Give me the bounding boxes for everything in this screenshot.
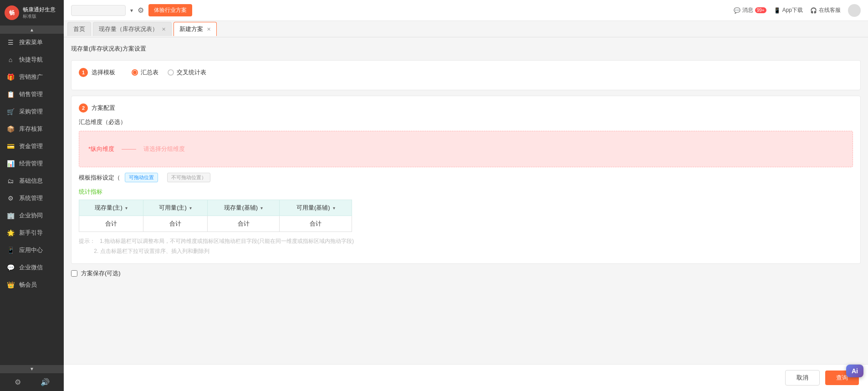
th-label: 现存量(主)	[95, 204, 123, 212]
save-option-row[interactable]: 方案保存(可选)	[71, 269, 861, 278]
sidebar-item-label: 企业协同	[19, 211, 43, 220]
radio-summary-inner	[133, 71, 137, 74]
dimension-box[interactable]: *纵向维度 —— 请选择分组维度	[79, 131, 853, 167]
search-input[interactable]	[71, 5, 126, 16]
stats-label: 统计指标	[79, 188, 853, 196]
sidebar-item-wechat[interactable]: 💬 企业微信	[0, 259, 64, 276]
sidebar-item-finance[interactable]: 💳 资金管理	[0, 138, 64, 155]
app-center-icon: 📱	[6, 246, 15, 254]
headset-icon: 🎧	[810, 7, 817, 14]
sidebar-item-label: 新手引导	[19, 229, 43, 237]
enterprise-icon: 🏢	[6, 211, 15, 220]
app-download-label: App下载	[782, 6, 803, 14]
dimension-label: 汇总维度（必选）	[79, 118, 853, 126]
chevron-down-icon-1: ▾	[125, 206, 128, 211]
app-name-block: 畅康通好生意 标准版	[23, 6, 56, 20]
tab-home[interactable]: 首页	[67, 22, 91, 36]
sidebar-item-label: 销售管理	[19, 90, 43, 98]
topbar-right: 💬 消息 99+ 📱 App下载 🎧 在线客服	[734, 4, 861, 17]
save-checkbox[interactable]	[71, 270, 77, 277]
purchase-icon: 🛒	[6, 108, 15, 116]
basic-info-icon: 🗂	[6, 177, 15, 185]
table-row: 合计 合计 合计 合计	[79, 216, 352, 232]
sidebar-scroll-down[interactable]: ▼	[0, 365, 64, 373]
radio-summary-circle	[132, 69, 138, 76]
message-icon: 💬	[734, 7, 740, 14]
sidebar-item-label: 资金管理	[19, 142, 43, 150]
sidebar-logo: 畅 畅康通好生意 标准版	[0, 0, 64, 26]
operation-icon: 📊	[6, 159, 15, 168]
online-service-button[interactable]: 🎧 在线客服	[810, 6, 841, 14]
sidebar-item-member[interactable]: 👑 畅会员	[0, 276, 64, 293]
gear-icon[interactable]: ⚙	[138, 6, 144, 15]
dim-required-label: *纵向维度	[88, 145, 114, 153]
tab-inventory-close-icon[interactable]: ✕	[162, 26, 166, 32]
app-version: 标准版	[23, 13, 56, 20]
step1-title: 选择模板	[92, 68, 115, 77]
step2-header: 2 方案配置	[79, 103, 853, 113]
indicator-setting-label: 模板指标设定（	[79, 174, 120, 182]
radio-cross-label: 交叉统计表	[177, 68, 206, 77]
sidebar-item-basic-info[interactable]: 🗂 基础信息	[0, 172, 64, 190]
speaker-icon[interactable]: 🔊	[41, 378, 50, 386]
sidebar: 畅 畅康通好生意 标准版 ▲ ☰ 搜索菜单 ⌂ 快捷导航 🎁 营销推广 📋 销售…	[0, 0, 64, 391]
sales-icon: 📋	[6, 90, 15, 98]
sidebar-item-app-center[interactable]: 📱 应用中心	[0, 242, 64, 259]
message-label: 消息	[742, 6, 753, 14]
sidebar-item-sales[interactable]: 📋 销售管理	[0, 86, 64, 103]
tab-new-label: 新建方案	[179, 25, 203, 33]
sidebar-item-search-menu[interactable]: ☰ 搜索菜单	[0, 34, 64, 51]
sidebar-item-label: 畅会员	[19, 281, 37, 289]
cell-total-4: 合计	[280, 216, 352, 232]
sidebar-item-label: 应用中心	[19, 246, 43, 254]
sidebar-item-label: 搜索菜单	[19, 38, 43, 46]
sidebar-item-operation[interactable]: 📊 经营管理	[0, 155, 64, 172]
trial-button[interactable]: 体验行业方案	[148, 4, 192, 16]
sidebar-item-quick-nav[interactable]: ⌂ 快捷导航	[0, 51, 64, 68]
chevron-down-icon-3: ▾	[260, 206, 263, 211]
sidebar-item-purchase[interactable]: 🛒 采购管理	[0, 103, 64, 120]
step2-section: 2 方案配置 汇总维度（必选） *纵向维度 —— 请选择分组维度 模板指标设定（…	[71, 96, 861, 264]
search-menu-icon: ☰	[6, 38, 15, 46]
sidebar-item-new-guide[interactable]: 🌟 新手引导	[0, 224, 64, 242]
tip-1: 提示： 1.拖动标题栏可以调整布局，不可跨维度或指标区域拖动栏目字段(只能在同一…	[79, 237, 853, 247]
sidebar-item-enterprise[interactable]: 🏢 企业协同	[0, 207, 64, 224]
dim-arrow-icon: ——	[122, 145, 136, 153]
sidebar-nav: ☰ 搜索菜单 ⌂ 快捷导航 🎁 营销推广 📋 销售管理 🛒 采购管理 📦 库存核…	[0, 34, 64, 365]
tabbar: 首页 现存量（库存状况表） ✕ 新建方案 ✕	[64, 21, 868, 37]
th-available-main[interactable]: 可用量(主) ▾	[143, 200, 207, 216]
th-available-aux[interactable]: 可用量(基辅) ▾	[280, 200, 352, 216]
tips-block: 提示： 1.拖动标题栏可以调整布局，不可跨维度或指标区域拖动栏目字段(只能在同一…	[79, 237, 853, 256]
cancel-button[interactable]: 取消	[785, 370, 820, 386]
th-current-aux[interactable]: 现存量(基辅) ▾	[207, 200, 280, 216]
phone-icon: 📱	[774, 7, 781, 14]
radio-cross[interactable]: 交叉统计表	[168, 68, 206, 77]
dropdown-icon[interactable]: ▾	[130, 7, 133, 14]
step2-title: 方案配置	[92, 104, 115, 112]
tab-home-label: 首页	[73, 25, 85, 33]
th-label: 可用量(主)	[159, 204, 187, 212]
sidebar-item-inventory[interactable]: 📦 库存核算	[0, 120, 64, 138]
not-draggable-tag: 不可拖动位置）	[167, 173, 210, 182]
settings-icon[interactable]: ⚙	[15, 378, 21, 386]
tab-inventory-label: 现存量（库存状况表）	[99, 25, 158, 33]
tab-new-close-icon[interactable]: ✕	[207, 26, 211, 32]
th-current-main[interactable]: 现存量(主) ▾	[79, 200, 143, 216]
radio-summary[interactable]: 汇总表	[132, 68, 158, 77]
avatar[interactable]	[848, 4, 861, 17]
app-download-button[interactable]: 📱 App下载	[774, 6, 803, 14]
dim-placeholder: 请选择分组维度	[143, 145, 185, 153]
ai-float-button[interactable]: Ai	[846, 365, 863, 377]
sidebar-item-label: 库存核算	[19, 125, 43, 133]
sidebar-item-system[interactable]: ⚙ 系统管理	[0, 190, 64, 207]
sidebar-scroll-up[interactable]: ▲	[0, 26, 64, 34]
chevron-down-icon-4: ▾	[333, 206, 335, 211]
sidebar-item-marketing[interactable]: 🎁 营销推广	[0, 68, 64, 86]
message-button[interactable]: 💬 消息 99+	[734, 6, 766, 14]
indicator-table: 现存量(主) ▾ 可用量(主) ▾ 现存量(基辅	[79, 200, 352, 232]
tab-inventory-status[interactable]: 现存量（库存状况表） ✕	[93, 22, 172, 36]
tab-new-plan[interactable]: 新建方案 ✕	[174, 22, 217, 36]
gift-icon: 🎁	[6, 73, 15, 81]
tip-2: 2. 点击标题栏下拉可设置排序、插入列和删除列	[79, 247, 853, 257]
wechat-icon: 💬	[6, 263, 15, 272]
